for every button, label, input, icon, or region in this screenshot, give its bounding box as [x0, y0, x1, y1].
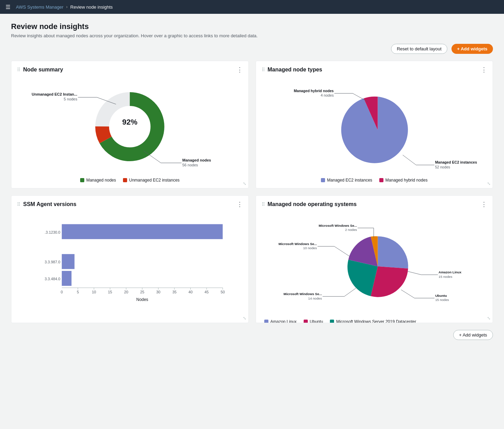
legend-unmanaged-ec2-label: Unmanaged EC2 instances: [129, 178, 180, 183]
node-summary-drag-handle[interactable]: ⠿: [17, 67, 20, 72]
legend-win2019-label: Microsoft Windows Server 2019 Datacenter: [336, 319, 416, 323]
svg-text:Managed EC2 instances: Managed EC2 instances: [435, 160, 477, 164]
legend-managed-nodes: Managed nodes: [80, 178, 116, 183]
legend-ec2-dot: [321, 178, 325, 182]
legend-ubuntu: Ubuntu: [304, 319, 323, 323]
bar-484[interactable]: [62, 271, 72, 286]
legend-amazon-linux: Amazon Linux: [264, 319, 297, 323]
managed-node-types-header: ⠿ Managed node types ⋮: [261, 67, 487, 73]
bottom-toolbar: + Add widgets: [11, 323, 493, 347]
managed-node-types-widget: ⠿ Managed node types ⋮: [256, 61, 493, 188]
svg-text:4 nodes: 4 nodes: [321, 93, 334, 97]
svg-text:15 nodes: 15 nodes: [435, 298, 449, 302]
top-nav: ☰ AWS Systems Manager › Review node insi…: [0, 0, 504, 14]
legend-ec2-label: Managed EC2 instances: [327, 178, 372, 183]
svg-text:Microsoft Windows Se...: Microsoft Windows Se...: [278, 242, 317, 246]
ssm-agent-drag-handle[interactable]: ⠿: [17, 202, 20, 207]
bar-987[interactable]: [62, 254, 75, 269]
managed-node-os-drag-handle[interactable]: ⠿: [261, 202, 265, 207]
reset-layout-button[interactable]: Reset to default layout: [391, 44, 447, 54]
node-summary-resize[interactable]: ⤡: [243, 181, 246, 186]
svg-line-63: [401, 290, 415, 298]
svg-text:2 nodes: 2 nodes: [345, 228, 357, 232]
page-toolbar: Reset to default layout + Add widgets: [11, 44, 493, 54]
svg-text:Microsoft Windows Se...: Microsoft Windows Se...: [318, 224, 357, 227]
breadcrumb-chevron: ›: [66, 4, 68, 9]
legend-al-dot: [264, 320, 268, 323]
svg-line-51: [334, 246, 350, 256]
svg-text:35: 35: [172, 290, 177, 294]
svg-text:92%: 92%: [122, 118, 137, 126]
page-subtitle: Review insights about managed nodes acro…: [11, 33, 493, 38]
svg-line-59: [408, 271, 421, 275]
node-summary-title: Node summary: [23, 67, 63, 73]
managed-node-os-menu[interactable]: ⋮: [481, 201, 487, 207]
svg-text:0: 0: [61, 290, 63, 294]
svg-text:25: 25: [140, 290, 144, 294]
legend-al-label: Amazon Linux: [270, 319, 297, 323]
legend-managed-nodes-dot: [80, 178, 84, 182]
current-page-label: Review node insights: [70, 4, 113, 10]
svg-text:45: 45: [205, 290, 209, 294]
svg-text:3.3.1230.0: 3.3.1230.0: [45, 230, 60, 234]
page-title: Review node insights: [11, 22, 493, 31]
svg-text:14 nodes: 14 nodes: [308, 296, 322, 300]
managed-node-types-svg: Managed hybrid nodes 4 nodes Managed EC2…: [261, 78, 487, 175]
svg-text:15 nodes: 15 nodes: [438, 275, 452, 279]
managed-node-os-chart-area: Microsoft Windows Se... 2 nodes Microsof…: [261, 213, 487, 316]
legend-win2019: Microsoft Windows Server 2019 Datacenter: [330, 319, 416, 323]
svg-text:20: 20: [124, 290, 128, 294]
add-widgets-button-top[interactable]: + Add widgets: [451, 44, 493, 54]
managed-node-types-drag-handle[interactable]: ⠿: [261, 67, 265, 72]
bar-1230[interactable]: [62, 224, 223, 239]
app-name-link[interactable]: AWS Systems Manager: [16, 4, 64, 10]
managed-node-os-title-group: ⠿ Managed node operating systems: [261, 201, 357, 207]
ssm-agent-title: SSM Agent versions: [23, 201, 76, 207]
managed-node-types-menu[interactable]: ⋮: [481, 67, 487, 73]
add-widgets-button-bottom[interactable]: + Add widgets: [453, 330, 493, 340]
ssm-agent-menu[interactable]: ⋮: [237, 201, 243, 207]
managed-node-types-resize[interactable]: ⤡: [487, 181, 491, 186]
managed-node-os-widget: ⠿ Managed node operating systems ⋮: [256, 195, 493, 323]
ssm-agent-resize[interactable]: ⤡: [243, 316, 246, 321]
svg-text:15: 15: [108, 290, 112, 294]
legend-unmanaged-ec2: Unmanaged EC2 instances: [123, 178, 180, 183]
svg-text:5 nodes: 5 nodes: [64, 97, 78, 101]
managed-node-os-legend: Amazon Linux Ubuntu Microsoft Windows Se…: [261, 319, 487, 323]
ssm-agent-versions-widget: ⠿ SSM Agent versions ⋮ 3.3.1230.0 3.3.98…: [11, 195, 249, 323]
legend-ubuntu-label: Ubuntu: [310, 319, 323, 323]
svg-text:Unmanaged EC2 Instan...: Unmanaged EC2 Instan...: [32, 92, 77, 96]
svg-line-16: [402, 155, 416, 165]
managed-node-types-title: Managed node types: [268, 67, 322, 73]
legend-managed-ec2: Managed EC2 instances: [321, 178, 372, 183]
managed-node-os-svg: Microsoft Windows Se... 2 nodes Microsof…: [261, 213, 487, 316]
legend-win2019-dot: [330, 320, 334, 323]
node-summary-chart-area: 92% Unmanaged EC2 Instan... 5 nodes Mana…: [17, 78, 243, 175]
svg-text:5: 5: [77, 290, 79, 294]
node-summary-title-group: ⠿ Node summary: [17, 67, 63, 73]
widgets-grid: ⠿ Node summary ⋮: [11, 61, 493, 323]
svg-text:Nodes: Nodes: [136, 297, 148, 302]
legend-hybrid-dot: [379, 178, 383, 182]
managed-node-types-chart-area: Managed hybrid nodes 4 nodes Managed EC2…: [261, 78, 487, 175]
svg-text:3.3.484.0: 3.3.484.0: [45, 277, 60, 281]
ssm-bar-chart: 3.3.1230.0 3.3.987.0 3.3.484.0 0 5 10 15…: [17, 213, 243, 303]
managed-node-os-resize[interactable]: ⤡: [487, 316, 491, 321]
hamburger-menu[interactable]: ☰: [6, 4, 10, 10]
svg-text:Amazon Linux: Amazon Linux: [438, 270, 462, 274]
node-summary-svg: 92% Unmanaged EC2 Instan... 5 nodes Mana…: [17, 78, 243, 175]
managed-node-os-title: Managed node operating systems: [268, 201, 357, 207]
legend-hybrid-label: Managed hybrid nodes: [386, 178, 428, 183]
node-summary-widget: ⠿ Node summary ⋮: [11, 61, 249, 188]
node-summary-header: ⠿ Node summary ⋮: [17, 67, 243, 73]
svg-text:Microsoft Windows Se...: Microsoft Windows Se...: [283, 292, 322, 296]
managed-node-types-legend: Managed EC2 instances Managed hybrid nod…: [261, 178, 487, 183]
svg-text:Managed hybrid nodes: Managed hybrid nodes: [294, 89, 334, 93]
managed-node-types-title-group: ⠿ Managed node types: [261, 67, 322, 73]
svg-text:30: 30: [156, 290, 160, 294]
node-summary-menu[interactable]: ⋮: [237, 67, 243, 73]
svg-text:40: 40: [188, 290, 192, 294]
svg-line-55: [344, 288, 356, 296]
svg-text:Ubuntu: Ubuntu: [435, 294, 447, 298]
svg-text:3.3.987.0: 3.3.987.0: [45, 260, 60, 264]
